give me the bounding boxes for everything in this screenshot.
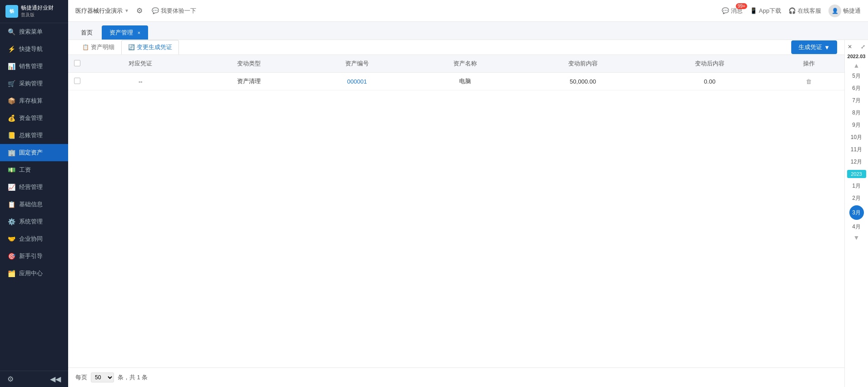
sales-icon: 📊	[7, 62, 15, 70]
delete-icon[interactable]: 🗑	[806, 78, 812, 85]
row-checkbox-cell	[68, 73, 86, 90]
guide-icon: 🎯	[7, 252, 15, 260]
sidebar-item-label: 搜索菜单	[19, 28, 43, 36]
sub-tab-change-voucher[interactable]: 🔄 变更生成凭证	[121, 40, 179, 55]
select-all-checkbox[interactable]	[74, 60, 80, 66]
month-2022-6[interactable]: 6月	[847, 82, 866, 94]
month-2023-4[interactable]: 4月	[847, 221, 866, 233]
sidebar-item-basic[interactable]: 📋 基础信息	[0, 196, 68, 213]
ledger-icon: 📒	[7, 131, 15, 139]
per-page-select[interactable]: 50 10 20 100	[91, 372, 114, 382]
operation-icon: 📈	[7, 183, 15, 191]
feedback-text: 我要体验一下	[161, 7, 196, 15]
system-icon: ⚙️	[7, 218, 15, 226]
company-name: 医疗器械行业演示	[75, 7, 123, 15]
month-2022-5[interactable]: 5月	[847, 70, 866, 82]
header-right-group: 💬 消息 99+ 📱 App下载 🎧 在线客服 👤 畅捷通	[722, 5, 861, 17]
logo-icon: 畅	[5, 5, 18, 18]
month-2022-11[interactable]: 11月	[847, 144, 866, 156]
quicknav-icon: ⚡	[7, 45, 15, 53]
feedback-btn[interactable]: 💬 我要体验一下	[152, 7, 196, 15]
purchase-icon: 🛒	[7, 79, 15, 88]
row-asset-no: 000001	[303, 73, 411, 90]
company-selector[interactable]: 医疗器械行业演示 ▼	[75, 7, 129, 15]
year-2022-label: 2022.03	[848, 52, 866, 61]
right-date-panel: ✕ ⤢ 2022.03 ▲ 5月 6月 7月 8月 9月 10月 11月 12月…	[844, 40, 868, 387]
col-action: 操作	[773, 55, 844, 73]
sidebar-item-label: 系统管理	[19, 218, 43, 226]
finance-icon: 💰	[7, 114, 15, 122]
sidebar-item-ledger[interactable]: 📒 总账管理	[0, 127, 68, 144]
row-before: 50,000.00	[520, 73, 646, 90]
app-download-button[interactable]: 📱 App下载	[750, 7, 781, 15]
month-2023-2[interactable]: 2月	[847, 192, 866, 204]
tab-asset-label: 资产管理	[109, 29, 133, 36]
sidebar-item-inventory[interactable]: 📦 库存核算	[0, 92, 68, 109]
close-panel-icon[interactable]: ✕	[848, 44, 852, 50]
sidebar-item-label: 企业协同	[19, 235, 43, 243]
generate-arrow-icon: ▼	[824, 44, 830, 51]
sidebar-item-label: 固定资产	[19, 149, 43, 157]
month-2023-3[interactable]: 3月	[849, 205, 864, 220]
sidebar-item-appstore[interactable]: 🗂️ 应用中心	[0, 265, 68, 282]
month-2022-9[interactable]: 9月	[847, 119, 866, 131]
tab-close-icon[interactable]: ×	[138, 30, 140, 35]
sidebar-item-salary[interactable]: 💵 工资	[0, 161, 68, 179]
month-2022-8[interactable]: 8月	[847, 107, 866, 119]
settings-icon[interactable]: ⚙	[7, 375, 14, 383]
sidebar-item-cooperation[interactable]: 🤝 企业协同	[0, 230, 68, 248]
month-2023-1[interactable]: 1月	[847, 180, 866, 192]
col-change-type: 变动类型	[194, 55, 303, 73]
collapse-icon[interactable]: ◀◀	[50, 375, 61, 383]
month-2022-7[interactable]: 7月	[847, 94, 866, 107]
per-page-label: 每页	[75, 373, 87, 382]
settings-gear-icon[interactable]: ⚙	[136, 6, 143, 15]
month-2022-12[interactable]: 12月	[847, 156, 866, 168]
sidebar-item-label: 销售管理	[19, 62, 43, 70]
feedback-icon: 💬	[152, 7, 159, 14]
sidebar-item-system[interactable]: ⚙️ 系统管理	[0, 213, 68, 230]
username: 畅捷通	[843, 7, 861, 15]
generate-voucher-button[interactable]: 生成凭证 ▼	[791, 40, 837, 54]
sidebar-item-search[interactable]: 🔍 搜索菜单	[0, 23, 68, 40]
row-checkbox[interactable]	[74, 78, 80, 84]
app-download-icon: 📱	[750, 7, 757, 14]
sidebar-item-finance[interactable]: 💰 资金管理	[0, 109, 68, 127]
sidebar-item-sales[interactable]: 📊 销售管理	[0, 58, 68, 75]
tab-home[interactable]: 首页	[74, 26, 100, 40]
change-voucher-icon: 🔄	[128, 44, 135, 50]
table-row: -- 资产清理 000001 电脑 50,000.00 0.00 🗑	[68, 73, 844, 90]
basic-icon: 📋	[7, 200, 15, 208]
asset-change-table: 对应凭证 变动类型 资产编号 资产名称 变动前内容 变动后内容 操作	[68, 55, 844, 90]
message-button[interactable]: 💬 消息 99+	[722, 7, 743, 15]
content-area: 📋 资产明细 🔄 变更生成凭证 生成凭证 ▼	[68, 40, 868, 387]
tab-bar: 首页 资产管理 ×	[68, 22, 868, 40]
sidebar-item-quicknav[interactable]: ⚡ 快捷导航	[0, 40, 68, 58]
total-label: 条，共 1 条	[118, 373, 148, 382]
expand-panel-icon[interactable]: ⤢	[861, 44, 865, 50]
user-profile-button[interactable]: 👤 畅捷通	[828, 5, 861, 17]
sidebar-item-label: 基础信息	[19, 200, 43, 208]
content-main: 📋 资产明细 🔄 变更生成凭证 生成凭证 ▼	[68, 40, 844, 387]
tab-asset-management[interactable]: 资产管理 ×	[102, 25, 148, 40]
sidebar-item-fixed-assets[interactable]: 🏢 固定资产	[0, 144, 68, 161]
sub-tab-asset-detail[interactable]: 📋 资产明细	[75, 40, 121, 55]
row-asset-name: 电脑	[411, 73, 519, 90]
month-2022-10[interactable]: 10月	[847, 131, 866, 144]
search-icon: 🔍	[7, 28, 15, 36]
nav-down-icon[interactable]: ▼	[853, 233, 861, 242]
sidebar-item-guide[interactable]: 🎯 新手引导	[0, 248, 68, 265]
app-name: 畅捷通好业财	[21, 5, 54, 12]
company-arrow-icon: ▼	[124, 8, 129, 13]
message-badge: 99+	[736, 3, 747, 9]
panel-controls: ✕ ⤢	[845, 42, 868, 52]
col-voucher: 对应凭证	[86, 55, 194, 73]
customer-service-button[interactable]: 🎧 在线客服	[789, 7, 821, 15]
generate-label: 生成凭证	[799, 43, 822, 51]
sidebar-item-purchase[interactable]: 🛒 采购管理	[0, 75, 68, 92]
appstore-icon: 🗂️	[7, 269, 15, 278]
sidebar-item-operation[interactable]: 📈 经营管理	[0, 179, 68, 196]
row-action: 🗑	[773, 73, 844, 90]
main-area: 医疗器械行业演示 ▼ ⚙ 💬 我要体验一下 💬 消息 99+ 📱 App下载 🎧…	[68, 0, 868, 387]
nav-up-icon[interactable]: ▲	[853, 61, 861, 70]
